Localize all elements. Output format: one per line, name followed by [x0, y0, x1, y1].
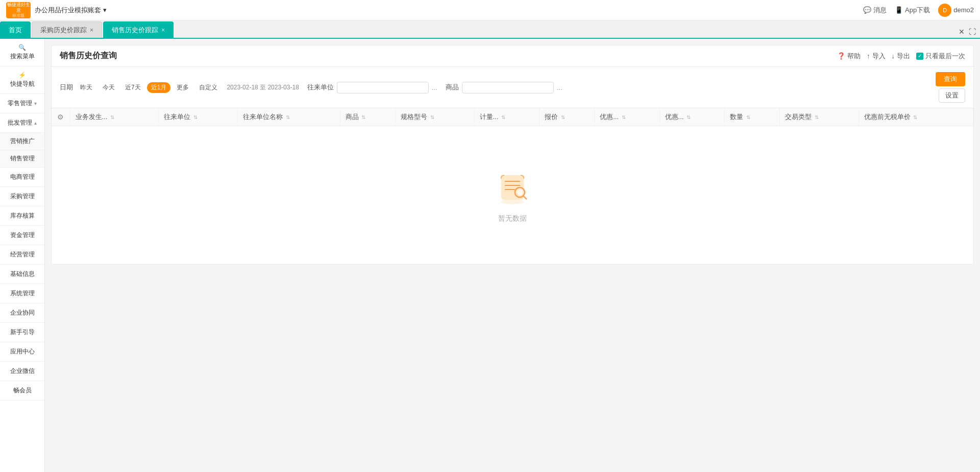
- sidebar-item-weixin[interactable]: 企业微信: [0, 362, 44, 381]
- sidebar-item-inventory[interactable]: 库存核算: [0, 206, 44, 226]
- column-discount2[interactable]: 优惠... ⇅: [659, 108, 724, 126]
- tab-sales-history-close[interactable]: ×: [161, 27, 165, 34]
- goods-input[interactable]: [462, 82, 554, 93]
- date-tab-more[interactable]: 更多: [173, 82, 193, 93]
- checkbox-checked-icon: ✓: [916, 53, 923, 60]
- gear-icon: ⚙: [57, 113, 64, 121]
- export-button[interactable]: ↓ 导出: [892, 52, 911, 61]
- sidebar-item-app-center[interactable]: 应用中心: [0, 342, 44, 362]
- sidebar-item-operations[interactable]: 经营管理: [0, 245, 44, 265]
- app-center-label: 应用中心: [10, 347, 35, 356]
- sort-pre-tax-price-icon: ⇅: [913, 114, 917, 120]
- sort-discount2-icon: ⇅: [687, 114, 691, 120]
- sidebar-item-retail[interactable]: 零售管理 ▾: [0, 94, 44, 113]
- column-price[interactable]: 报价 ⇅: [539, 108, 594, 126]
- app-logo: 畅捷通好生意 标准版: [6, 2, 31, 18]
- tab-purchase-history-close[interactable]: ×: [90, 27, 93, 34]
- sidebar-item-wholesale[interactable]: 批发管理 ▴: [0, 113, 44, 133]
- empty-text: 暂无数据: [498, 214, 527, 223]
- import-button[interactable]: ↑ 导入: [867, 52, 886, 61]
- tab-sales-history[interactable]: 销售历史价跟踪 ×: [103, 21, 174, 38]
- column-trade-type[interactable]: 交易类型 ⇅: [780, 108, 859, 126]
- sort-goods-icon: ⇅: [361, 114, 365, 120]
- col-discount1-label: 优惠...: [600, 113, 619, 121]
- basic-info-label: 基础信息: [10, 270, 35, 278]
- partner-input[interactable]: [337, 82, 429, 93]
- partner-ellipsis[interactable]: ...: [432, 84, 437, 91]
- avatar: D: [938, 4, 951, 17]
- account-dropdown[interactable]: 办公用品行业模拟账套 ▾: [35, 6, 107, 15]
- sidebar-item-enterprise[interactable]: 企业协同: [0, 303, 44, 323]
- column-goods[interactable]: 商品 ⇅: [340, 108, 395, 126]
- date-tab-custom[interactable]: 自定义: [195, 82, 222, 93]
- tab-home[interactable]: 首页: [0, 21, 31, 38]
- sidebar-item-system[interactable]: 系统管理: [0, 284, 44, 303]
- empty-state: 暂无数据: [52, 126, 973, 264]
- sort-trade-type-icon: ⇅: [815, 114, 819, 120]
- ecommerce-label: 电商管理: [10, 173, 35, 181]
- tab-expand-icon[interactable]: ⛶: [969, 28, 976, 36]
- date-tab-today[interactable]: 今天: [99, 82, 119, 93]
- column-biz-date[interactable]: 业务发生... ⇅: [70, 108, 159, 126]
- partner-filter-group: 往来单位 ...: [307, 82, 437, 93]
- message-button[interactable]: 💬 消息: [863, 6, 887, 15]
- retail-arrow-icon: ▾: [34, 101, 37, 106]
- sidebar-item-finance[interactable]: 资金管理: [0, 226, 44, 245]
- sidebar-item-member[interactable]: 畅会员: [0, 381, 44, 400]
- import-icon: ↑: [867, 52, 870, 60]
- app-download-button[interactable]: 📱 App下载: [895, 6, 930, 15]
- svg-point-6: [517, 190, 523, 195]
- export-icon: ↓: [892, 52, 895, 60]
- date-tab-1month[interactable]: 近1月: [147, 82, 171, 93]
- search-icon: 🔍: [18, 44, 26, 51]
- page-container: 销售历史价查询 ❓ 帮助 ↑ 导入 ↓ 导出 ✓: [51, 45, 974, 265]
- marketing-label: 营销推广: [10, 137, 35, 145]
- column-pre-tax-price[interactable]: 优惠前无税单价 ⇅: [859, 108, 973, 126]
- inventory-label: 库存核算: [10, 211, 35, 220]
- goods-filter-label: 商品: [446, 83, 459, 92]
- column-partner-name[interactable]: 往来单位名称 ⇅: [237, 108, 340, 126]
- column-spec[interactable]: 规格型号 ⇅: [395, 108, 474, 126]
- column-discount1[interactable]: 优惠... ⇅: [595, 108, 659, 126]
- user-area[interactable]: D demo2: [938, 4, 974, 17]
- tab-close-all-icon[interactable]: ✕: [959, 28, 965, 36]
- enterprise-label: 企业协同: [10, 309, 35, 317]
- sidebar-item-guide[interactable]: 新手引导: [0, 323, 44, 342]
- sidebar-item-marketing[interactable]: 营销推广: [0, 133, 44, 150]
- settings-button[interactable]: 设置: [939, 88, 965, 103]
- help-button[interactable]: ❓ 帮助: [837, 52, 861, 61]
- date-tab-7days[interactable]: 近7天: [121, 82, 145, 93]
- sidebar-item-purchase[interactable]: 采购管理: [0, 187, 44, 206]
- sort-spec-icon: ⇅: [430, 114, 434, 120]
- sidebar-item-basic-info[interactable]: 基础信息: [0, 265, 44, 284]
- top-bar: 畅捷通好生意 标准版 办公用品行业模拟账套 ▾ 💬 消息 📱 App下载 D d…: [0, 0, 980, 20]
- col-spec-label: 规格型号: [401, 113, 427, 121]
- goods-ellipsis[interactable]: ...: [557, 84, 562, 91]
- sidebar-item-sales-mgmt[interactable]: 销售管理: [0, 150, 44, 168]
- sort-unit-icon: ⇅: [501, 114, 505, 120]
- col-goods-label: 商品: [346, 113, 359, 121]
- system-label: 系统管理: [10, 289, 35, 298]
- col-discount2-label: 优惠...: [665, 113, 684, 121]
- table-header-row: ⚙ 业务发生... ⇅ 往来单位 ⇅ 往来单位名称 ⇅: [52, 108, 973, 126]
- sidebar-item-quick-nav[interactable]: ⚡ 快捷导航: [0, 66, 44, 94]
- sort-partner-code-icon: ⇅: [193, 114, 198, 120]
- tab-purchase-history[interactable]: 采购历史价跟踪 ×: [32, 21, 102, 38]
- column-settings[interactable]: ⚙: [52, 108, 70, 126]
- top-bar-right: 💬 消息 📱 App下载 D demo2: [863, 4, 974, 17]
- table-header: ⚙ 业务发生... ⇅ 往来单位 ⇅ 往来单位名称 ⇅: [52, 108, 973, 126]
- download-icon: 📱: [895, 6, 903, 14]
- sidebar-item-ecommerce[interactable]: 电商管理: [0, 168, 44, 187]
- message-icon: 💬: [863, 6, 871, 14]
- column-unit[interactable]: 计量... ⇅: [474, 108, 539, 126]
- date-tab-yesterday[interactable]: 昨天: [76, 82, 96, 93]
- tab-bar: 首页 采购历史价跟踪 × 销售历史价跟踪 × ✕ ⛶: [0, 20, 980, 39]
- column-partner-code[interactable]: 往来单位 ⇅: [159, 108, 238, 126]
- last-one-checkbox[interactable]: ✓ 只看最后一次: [916, 52, 965, 61]
- column-quantity[interactable]: 数量 ⇅: [725, 108, 780, 126]
- sort-price-icon: ⇅: [561, 114, 565, 120]
- sidebar-item-search[interactable]: 🔍 搜索菜单: [0, 39, 44, 66]
- col-biz-date-label: 业务发生...: [76, 113, 108, 121]
- col-unit-label: 计量...: [480, 113, 499, 121]
- query-button[interactable]: 查询: [936, 72, 965, 86]
